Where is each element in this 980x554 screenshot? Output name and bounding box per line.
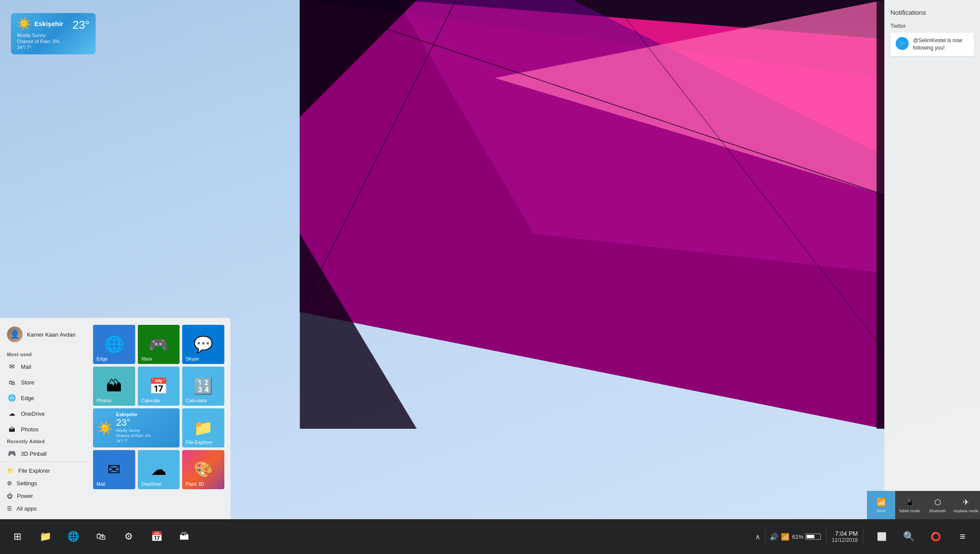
paint3d-tile-icon: 🎨 (193, 461, 213, 479)
settings-icon-bottom: ⚙ (7, 480, 12, 487)
tray-separator (765, 530, 765, 544)
taskbar-calendar-icon: 📅 (151, 531, 163, 542)
tile-onedrive[interactable]: ☁ OneDrive (138, 450, 180, 489)
quick-setting-airplane[interactable]: ✈ Airplane mode (952, 491, 980, 519)
quick-setting-bluetooth[interactable]: ⬡ Bluetooth (923, 491, 952, 519)
tile-edge[interactable]: 🌐 Edge (93, 325, 135, 364)
onedrive-tile-icon: ☁ (151, 461, 167, 479)
weather-tile-sun-icon: ☀️ (97, 421, 113, 435)
mail-tile-icon: ✉ (107, 461, 120, 479)
start-app-photos[interactable]: 🏔 Photos (0, 421, 87, 437)
calculator-tile-label: Calculator (186, 398, 207, 403)
file-explorer-tile-label: File Explorer (186, 440, 213, 445)
start-app-edge[interactable]: 🌐 Edge (0, 390, 87, 406)
cortana-button[interactable]: ⭕ (923, 524, 949, 550)
start-power[interactable]: ⏻ Power (0, 490, 87, 502)
quick-settings-panel: 📶 Wi-Fi 📱 Tablet mode ⬡ Bluetooth ✈ Airp… (867, 491, 980, 519)
weather-temp: 23° (73, 18, 90, 32)
clock-area[interactable]: 7:04 PM 11/12/2018 (832, 530, 858, 543)
search-button[interactable]: 🔍 (896, 524, 922, 550)
network-icon[interactable]: 📶 (781, 533, 790, 541)
battery-bar (805, 534, 821, 540)
taskbar-file-explorer[interactable]: 📁 (32, 524, 58, 550)
mail-icon: ✉ (7, 362, 17, 371)
battery-percent: 61% (792, 534, 803, 540)
taskbar-settings[interactable]: ⚙ (116, 524, 142, 550)
power-icon: ⏻ (7, 493, 13, 499)
show-hidden-icon[interactable]: ∧ (755, 533, 760, 541)
tile-file-explorer[interactable]: 📁 File Explorer (182, 408, 224, 447)
taskbar-right: ∧ 🔊 📶 61% 7:04 PM 11/12/2018 ⬜ (755, 524, 976, 550)
cortana-icon: ⭕ (930, 531, 941, 542)
taskbar-photos[interactable]: 🏔 (171, 524, 197, 550)
twitter-source-label: Twitter (890, 23, 974, 29)
start-file-explorer[interactable]: 📁 File Explorer (0, 464, 87, 477)
start-all-apps[interactable]: ☰ All apps (0, 502, 87, 515)
onedrive-tile-label: OneDrive (141, 481, 161, 487)
pinball-label: 3D Pinball (21, 451, 47, 457)
taskbar-edge[interactable]: 🌐 (60, 524, 86, 550)
start-app-store[interactable]: 🛍 Store (0, 374, 87, 390)
start-app-mail[interactable]: ✉ Mail (0, 359, 87, 374)
mail-label: Mail (21, 364, 31, 370)
settings-bottom-label: Settings (17, 480, 37, 487)
task-view-button[interactable]: ⬜ (869, 524, 895, 550)
onedrive-label: OneDrive (21, 410, 45, 417)
weather-tile-desc: Mostly SunnyChance of Rain: 0%24°/ 7° (116, 428, 151, 444)
tile-calculator[interactable]: 🔢 Calculator (182, 367, 224, 406)
tile-mail[interactable]: ✉ Mail (93, 450, 135, 489)
start-settings[interactable]: ⚙ Settings (0, 477, 87, 490)
start-menu-bottom: 📁 File Explorer ⚙ Settings ⏻ Power ☰ All… (0, 461, 87, 515)
start-menu: 👤 Kamer Kaan Avdan Most used ✉ Mail 🛍 St… (0, 318, 230, 519)
quick-setting-tablet-mode[interactable]: 📱 Tablet mode (895, 491, 923, 519)
tile-photos[interactable]: 🏔 Photos (93, 367, 135, 406)
action-center-icon: ≡ (960, 531, 966, 542)
file-explorer-bottom-label: File Explorer (18, 467, 50, 474)
start-tiles-panel: 🌐 Edge 🎮 Xbox 💬 Skype 🏔 Photos 📅 Calenda… (87, 318, 230, 519)
paint3d-tile-label: Paint 3D (186, 481, 204, 487)
skype-tile-label: Skype (186, 356, 199, 361)
photos-tile-icon: 🏔 (106, 377, 122, 395)
svg-rect-11 (877, 0, 884, 429)
start-app-3d-pinball[interactable]: 🎮 3D Pinball (0, 446, 87, 461)
tile-weather[interactable]: ☀️ Eskişehir 23° Mostly SunnyChance of R… (93, 408, 180, 447)
tablet-label: Tablet mode (899, 509, 920, 513)
taskbar-calendar[interactable]: 📅 (143, 524, 170, 550)
weather-range: 24°/ 7° (17, 45, 31, 50)
weather-tile-city: Eskişehir (116, 412, 151, 417)
store-label: Store (21, 379, 34, 386)
edge-label: Edge (21, 395, 34, 401)
mail-tile-label: Mail (97, 481, 105, 487)
desktop-art (261, 0, 884, 519)
start-app-onedrive[interactable]: ☁ OneDrive (0, 406, 87, 421)
quick-setting-wifi[interactable]: 📶 Wi-Fi (867, 491, 895, 519)
tile-skype[interactable]: 💬 Skype (182, 325, 224, 364)
calendar-tile-label: Calendar (141, 398, 161, 403)
tile-paint3d[interactable]: 🎨 Paint 3D (182, 450, 224, 489)
wifi-label: Wi-Fi (877, 509, 886, 513)
weather-desc: Mostly SunnyChance of Rain: 0% 24°/ 7° (17, 32, 90, 51)
username: Kamer Kaan Avdan (27, 331, 76, 338)
search-icon: 🔍 (903, 531, 915, 542)
twitter-notification-card[interactable]: 🐦 @SelimKestel is now following you! (890, 33, 974, 56)
tile-calendar[interactable]: 📅 Calendar (138, 367, 180, 406)
notifications-panel: Notifications Twitter 🐦 @SelimKestel is … (884, 0, 980, 519)
taskbar-photos-icon: 🏔 (180, 531, 189, 542)
user-info[interactable]: 👤 Kamer Kaan Avdan (0, 327, 87, 350)
twitter-notification-text: @SelimKestel is now following you! (913, 37, 969, 52)
action-center-button[interactable]: ≡ (950, 524, 976, 550)
bluetooth-icon: ⬡ (934, 497, 941, 507)
taskbar-settings-icon: ⚙ (124, 531, 133, 542)
start-button[interactable]: ⊞ (4, 524, 30, 550)
volume-icon[interactable]: 🔊 (770, 533, 778, 541)
edge-icon-small: 🌐 (7, 393, 17, 403)
tile-xbox[interactable]: 🎮 Xbox (138, 325, 180, 364)
user-avatar: 👤 (7, 327, 23, 342)
taskbar-edge-icon: 🌐 (67, 531, 79, 542)
airplane-icon: ✈ (963, 497, 969, 507)
all-apps-icon: ☰ (7, 505, 12, 512)
taskbar-store[interactable]: 🛍 (88, 524, 114, 550)
taskbar: ⊞ 📁 🌐 🛍 ⚙ 📅 🏔 ∧ 🔊 📶 61% (0, 519, 980, 554)
battery-indicator[interactable]: 61% (792, 534, 821, 540)
weather-widget[interactable]: ☀️ Eskişehir 23° Mostly SunnyChance of R… (11, 13, 96, 54)
